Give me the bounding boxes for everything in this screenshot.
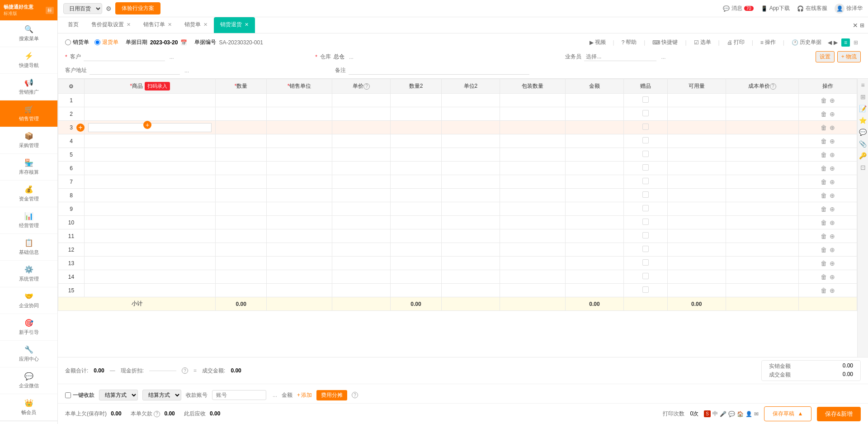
quantity-cell-14[interactable] (216, 270, 267, 284)
sales-unit-cell-4[interactable] (267, 134, 332, 148)
pack-qty-cell-12[interactable] (500, 243, 565, 257)
cost-price-cell-6[interactable] (726, 162, 798, 175)
available-cell-11[interactable] (667, 229, 726, 243)
unit2-cell-7[interactable] (441, 175, 500, 189)
qty2-cell-15[interactable] (391, 284, 442, 297)
amount-cell-1[interactable] (566, 94, 624, 107)
copy-icon-10[interactable]: ⊕ (830, 219, 835, 226)
available-cell-6[interactable] (667, 162, 726, 175)
help-btn[interactable]: ? 帮助 (619, 37, 640, 48)
customer-dots[interactable]: ... (170, 54, 174, 60)
sidebar-item-system[interactable]: ⚙️ 系统管理 (0, 261, 57, 287)
price-cell-2[interactable] (332, 107, 391, 121)
gift-checkbox-15[interactable] (642, 286, 649, 293)
tab-home[interactable]: 首页 (61, 17, 85, 33)
unit2-cell-13[interactable] (441, 257, 500, 270)
pack-qty-cell-11[interactable] (500, 229, 565, 243)
scan-button[interactable]: 扫码录入 (145, 82, 170, 91)
copy-icon-5[interactable]: ⊕ (830, 151, 835, 158)
tab-sales-order[interactable]: 销售订单 ✕ (137, 17, 178, 33)
amount-cell-7[interactable] (566, 175, 624, 189)
gift-cell-13[interactable] (624, 257, 668, 270)
product-cell-6[interactable] (85, 162, 216, 175)
gift-cell-11[interactable] (624, 229, 668, 243)
available-cell-14[interactable] (667, 270, 726, 284)
amount-cell-2[interactable] (566, 107, 624, 121)
tab-sales-delivery[interactable]: 销货单 ✕ (178, 17, 214, 33)
cost-price-cell-5[interactable] (726, 148, 798, 162)
quantity-cell-1[interactable] (216, 94, 267, 107)
qty2-cell-3[interactable] (391, 121, 442, 134)
amount-cell-11[interactable] (566, 229, 624, 243)
unit2-cell-3[interactable] (441, 121, 500, 134)
copy-icon-12[interactable]: ⊕ (830, 246, 835, 253)
online-service-item[interactable]: 🎧 在线客服 (797, 5, 827, 12)
bottom-icon-1[interactable]: S (704, 410, 711, 417)
qty2-cell-11[interactable] (391, 229, 442, 243)
delete-icon-10[interactable]: 🗑 (821, 219, 827, 226)
available-cell-15[interactable] (667, 284, 726, 297)
cost-price-cell-7[interactable] (726, 175, 798, 189)
gift-checkbox-2[interactable] (642, 110, 649, 116)
pack-qty-cell-15[interactable] (500, 284, 565, 297)
calendar-icon[interactable]: 📅 (180, 39, 187, 46)
qty2-cell-12[interactable] (391, 243, 442, 257)
pack-qty-cell-4[interactable] (500, 134, 565, 148)
product-cell-14[interactable] (85, 270, 216, 284)
product-cell-5[interactable] (85, 148, 216, 162)
available-cell-13[interactable] (667, 257, 726, 270)
sidebar-item-inventory[interactable]: 🏪 库存核算 (0, 154, 57, 181)
gift-cell-10[interactable] (624, 216, 668, 229)
sales-unit-cell-11[interactable] (267, 229, 332, 243)
address-dots[interactable]: ... (184, 67, 189, 74)
bottom-icon-2[interactable]: 中 (712, 410, 718, 418)
cost-price-cell-8[interactable] (726, 189, 798, 202)
available-cell-1[interactable] (667, 94, 726, 107)
account-input[interactable] (212, 390, 266, 400)
cost-price-cell-3[interactable] (726, 121, 798, 134)
accounting-method-select[interactable]: 结算方式 (99, 390, 138, 400)
quantity-cell-7[interactable] (216, 175, 267, 189)
sales-unit-cell-9[interactable] (267, 202, 332, 216)
col-settings-icon[interactable]: ⚙ (69, 83, 74, 90)
select-btn[interactable]: ☑ 选单 (691, 37, 714, 48)
message-item[interactable]: 💬 消息 70 (723, 5, 754, 12)
available-cell-9[interactable] (667, 202, 726, 216)
wuliu-button[interactable]: + 物流 (837, 51, 861, 62)
quantity-cell-13[interactable] (216, 257, 267, 270)
product-cell-3[interactable]: + + (85, 121, 216, 134)
product-cell-11[interactable] (85, 229, 216, 243)
qty2-cell-14[interactable] (391, 270, 442, 284)
copy-icon-2[interactable]: ⊕ (830, 110, 835, 118)
sales-unit-cell-15[interactable] (267, 284, 332, 297)
copy-icon-15[interactable]: ⊕ (830, 287, 835, 294)
cost-price-cell-2[interactable] (726, 107, 798, 121)
cost-price-cell-13[interactable] (726, 257, 798, 270)
tab-price-close[interactable]: ✕ (127, 22, 131, 28)
tab-maximize[interactable]: ⊞ (860, 22, 864, 29)
unit2-cell-12[interactable] (441, 243, 500, 257)
product-cell-8[interactable] (85, 189, 216, 202)
product-cell-12[interactable] (85, 243, 216, 257)
quantity-cell-5[interactable] (216, 148, 267, 162)
unit2-cell-14[interactable] (441, 270, 500, 284)
gift-checkbox-13[interactable] (642, 259, 649, 266)
gift-cell-14[interactable] (624, 270, 668, 284)
panel-icon-1[interactable]: ≡ (859, 81, 868, 90)
account-dots[interactable]: ... (273, 392, 277, 398)
sidebar-item-member[interactable]: 👑 畅会员 (0, 394, 57, 421)
gift-checkbox-9[interactable] (642, 205, 649, 211)
shortcut-btn[interactable]: ⌨ 快捷键 (650, 37, 680, 48)
discount-info-icon[interactable]: ? (182, 367, 188, 374)
address-input[interactable] (90, 66, 180, 75)
quantity-cell-12[interactable] (216, 243, 267, 257)
sales-unit-cell-14[interactable] (267, 270, 332, 284)
operate-btn[interactable]: ≡ 操作 (758, 37, 778, 48)
amount-cell-15[interactable] (566, 284, 624, 297)
gift-cell-7[interactable] (624, 175, 668, 189)
panel-icon-2[interactable]: ⊞ (859, 92, 868, 101)
copy-icon-7[interactable]: ⊕ (830, 178, 835, 186)
delete-icon-15[interactable]: 🗑 (821, 287, 827, 294)
gift-checkbox-4[interactable] (642, 137, 649, 143)
quantity-cell-9[interactable] (216, 202, 267, 216)
